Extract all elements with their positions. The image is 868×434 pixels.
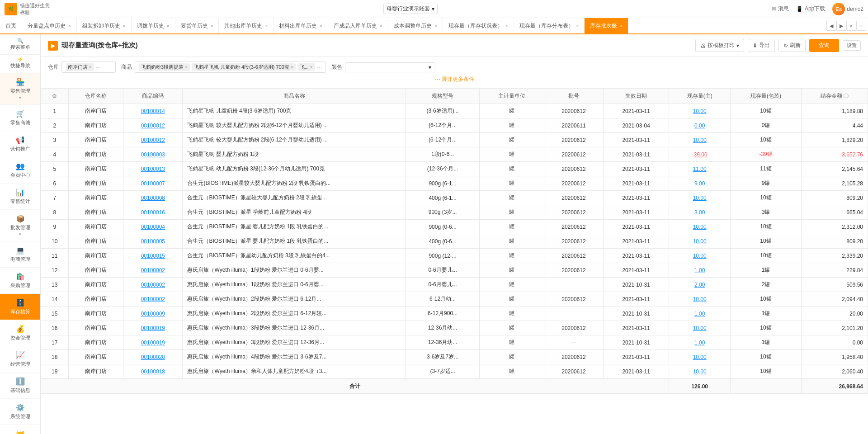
sidebar-item-member[interactable]: 👥 会员中心 [0,157,40,184]
row-expire: 2021-03-11 [603,249,669,263]
close-icon[interactable]: × [123,24,126,28]
logo-area: 🌿 畅捷通好生意 标题 [5,2,50,15]
nav-menu-button[interactable]: ≡ [856,21,866,31]
row-spec: 900g (0-6... [406,220,480,234]
remove-product-tag-3[interactable]: × [310,65,313,70]
col-settings[interactable]: ⚙ [41,89,69,104]
row-unit: 罐 [479,205,544,220]
sidebar-item-system[interactable]: ⚙️ 系统管理 [0,399,40,425]
user-menu[interactable]: Ea demo2 [832,3,863,15]
nav-prev-button[interactable]: ◀ [826,21,836,31]
product-more-button[interactable]: ··· [317,64,322,71]
row-qty-main: 10.00 [669,292,731,307]
color-filter: 颜色 ▾ [331,62,435,72]
tab-yaohuo[interactable]: 要货单历史 × [175,18,219,34]
remove-warehouse-tag[interactable]: × [89,65,92,70]
row-code: 00100002 [123,263,183,278]
close-icon[interactable]: × [211,24,213,28]
col-batch: 批号 [544,89,603,104]
row-no: 12 [41,263,69,278]
breadcrumb-dropdown[interactable]: 母婴行业演示账套 ▾ [383,4,438,14]
sidebar-search[interactable]: 🔍 搜索菜单 [0,34,40,55]
sidebar-quick-nav[interactable]: ⚡ 快捷导航 [0,55,40,73]
row-no: 1 [41,104,69,118]
row-no: 3 [41,133,69,147]
app-download-button[interactable]: 📱 App下载 [796,5,825,13]
close-icon[interactable]: × [434,24,437,28]
tab-kucunpici[interactable]: 库存批次账 × [585,18,628,34]
sidebar-item-inventory[interactable]: 🗄️ 库存核算 [0,294,40,320]
collab-icon: 🤝 [16,429,25,434]
color-dropdown-arrow: ▾ [429,64,431,71]
sidebar-item-operations[interactable]: 📈 经营管理 [0,346,40,373]
sidebar-item-marketing[interactable]: 📢 营销推广 [0,131,40,157]
row-warehouse: 南岸门店 [68,118,123,133]
tab-chanchengpinruku[interactable]: 产成品入库单历史 × [328,18,388,34]
expand-conditions-button[interactable]: ⋯ 展开更多条件 [48,75,861,83]
row-qty-pkg: 10罐 [731,133,802,147]
sidebar-item-collab[interactable]: 🤝 企业协同 [0,425,40,434]
tab-qitachuku[interactable]: 其他出库单历史 × [219,18,274,34]
close-icon[interactable]: × [576,24,579,28]
sidebar-item-basic-info[interactable]: ℹ️ 基础信息 [0,373,40,399]
close-icon[interactable]: × [320,24,322,28]
tab-zuzhangchaijian[interactable]: 组装拆卸单历史 × [77,18,132,34]
query-button[interactable]: 查询 [809,39,839,52]
row-expire: 2021-03-11 [603,133,669,147]
col-code: 商品编码 [123,89,183,104]
row-warehouse: 南岸门店 [68,205,123,220]
row-unit: 罐 [479,191,544,205]
tab-kucunzhuangkuang[interactable]: 现存量（库存状况表） × [443,18,514,34]
export-button[interactable]: ⬇ 导出 [748,39,775,52]
settings-button[interactable]: 设置 [843,40,861,51]
sidebar-item-retail-stats[interactable]: 📊 零售统计 [0,184,40,210]
nav-next-button[interactable]: ▶ [836,21,846,31]
row-no: 16 [41,321,69,335]
close-icon[interactable]: × [167,24,170,28]
warehouse-tags-input[interactable]: 南岸门店 × ··· [61,61,116,73]
tab-home[interactable]: 首页 [0,18,22,34]
row-qty-main: 10.00 [669,220,731,234]
close-icon[interactable]: × [505,24,508,28]
tab-diaobodadan[interactable]: 调拨单历史 × [132,18,175,34]
print-button[interactable]: 🖨 按模板打印 ▾ [695,39,744,52]
tab-chengbentiaozhen[interactable]: 成本调整单历史 × [388,18,443,34]
row-expire: 2021-10-31 [603,278,669,292]
expand-icon: ⋯ [435,76,440,83]
sidebar-item-purchase[interactable]: 🛍️ 采购管理 [0,268,40,294]
close-icon[interactable]: × [265,24,268,28]
message-button[interactable]: ✉ 消息 [772,5,789,13]
tab-kucunfenbu[interactable]: 现存量（库存分布表） × [514,18,585,34]
sidebar-item-ecommerce[interactable]: 💻 电商管理 [0,241,40,268]
header-right: ✉ 消息 📱 App下载 Ea demo2 [772,3,863,15]
col-amount: 结存金额 ⓘ [801,89,868,104]
sidebar-item-retail-mgmt[interactable]: 🏪 零售管理 ▼ [0,73,40,105]
sidebar-item-retail-mall[interactable]: 🛒 零售商城 [0,105,40,131]
tab-cailiaochuku[interactable]: 材料出库单历史 × [274,18,328,34]
warehouse-more-button[interactable]: ··· [96,64,101,71]
close-icon[interactable]: × [380,24,382,28]
tab-fenliangpandian[interactable]: 分量盘点单历史 × [22,18,77,34]
sidebar-item-finance[interactable]: 💰 资金管理 [0,320,40,346]
remove-product-tag-2[interactable]: × [291,65,293,70]
table-header: ⚙ 仓库名称 商品编码 商品名称 规格型号 主计量单位 批号 失效日期 现存量(… [41,89,868,104]
logo-text: 畅捷通好生意 标题 [20,2,50,15]
inventory-table: ⚙ 仓库名称 商品编码 商品名称 规格型号 主计量单位 批号 失效日期 现存量(… [41,88,868,394]
page-header: ▶ 现存量查询(按仓库+批次) 🖨 按模板打印 ▾ ⬇ 导出 ↻ 刷新 [41,34,868,57]
row-expire: 2021-03-11 [603,191,669,205]
ecommerce-icon: 💻 [16,246,25,255]
row-batch: 20200612 [544,147,603,162]
nav-close-button[interactable]: × [846,21,856,31]
row-qty-pkg: 3罐 [731,205,802,220]
expand-filter-button[interactable]: ▶ [48,41,58,51]
amount-info-icon[interactable]: ⓘ [844,93,849,99]
product-tags-input[interactable]: 飞鹤奶粉3段两提装 × 飞鹤星飞帆 儿童奶粉 4段(3-6岁适用) 700克 ×… [135,61,326,73]
remove-product-tag-1[interactable]: × [185,65,188,70]
color-dropdown[interactable]: ▾ [345,62,435,72]
refresh-button[interactable]: ↻ 刷新 [778,39,806,52]
print-dropdown-icon: ▾ [736,42,739,49]
sidebar-item-wholesale[interactable]: 📦 批发管理 ▼ [0,210,40,241]
close-icon[interactable]: × [68,24,71,28]
row-code: 00100002 [123,278,183,292]
close-icon[interactable]: × [620,24,623,28]
